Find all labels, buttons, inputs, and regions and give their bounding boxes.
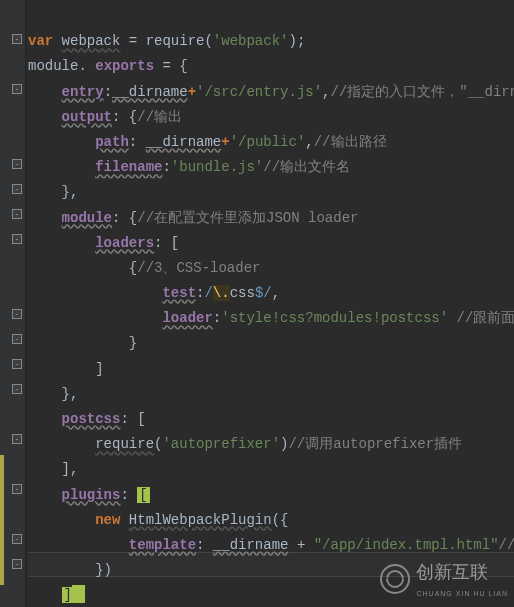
code-token: , (322, 84, 330, 100)
code-token: : (120, 487, 137, 503)
code-token: template (129, 537, 196, 553)
code-token: entry (62, 84, 104, 100)
code-token: : (196, 537, 213, 553)
code-token: + (188, 84, 196, 100)
code-token: : (104, 84, 112, 100)
code-token: HtmlWebpackPlugin (129, 512, 272, 528)
code-comment: //调用autoprefixer插件 (288, 436, 462, 452)
fold-icon[interactable]: - (12, 434, 22, 444)
code-token: '/public' (230, 134, 306, 150)
code-comment: //输出文件名 (263, 159, 350, 175)
fold-icon[interactable]: - (12, 534, 22, 544)
code-comment: //new (499, 537, 514, 553)
code-token: { (129, 260, 137, 276)
watermark-text: 创新互联 (416, 556, 508, 588)
fold-icon[interactable]: - (12, 234, 22, 244)
code-token: __dirname (213, 537, 289, 553)
bracket-highlight: [ (137, 487, 149, 503)
fold-icon[interactable]: - (12, 309, 22, 319)
code-token: }, (62, 184, 79, 200)
code-token: path (95, 134, 129, 150)
code-token: ({ (272, 512, 289, 528)
code-token: : [ (154, 235, 179, 251)
code-token: ( (204, 33, 212, 49)
code-comment: //指定的入口文件，"__dirna (331, 84, 515, 100)
code-token: = (120, 33, 145, 49)
code-comment: //输出 (137, 109, 182, 125)
code-token: ], (62, 461, 79, 477)
code-token: webpack (62, 33, 121, 49)
code-token: } (129, 335, 137, 351)
code-token: , (305, 134, 313, 150)
code-token: / (204, 285, 212, 301)
code-token: 'style!css?modules!postcss' (221, 310, 448, 326)
code-comment: //3、CSS-loader (137, 260, 260, 276)
fold-icon[interactable]: - (12, 184, 22, 194)
code-token: exports (95, 58, 154, 74)
code-token: var (28, 33, 62, 49)
code-token: postcss (62, 411, 121, 427)
fold-icon[interactable]: - (12, 209, 22, 219)
code-token: + (221, 134, 229, 150)
code-token: }) (95, 562, 112, 578)
code-area[interactable]: var webpack = require('webpack'); module… (28, 0, 514, 607)
code-token: css (230, 285, 255, 301)
code-token: output (62, 109, 112, 125)
code-comment: //在配置文件里添加JSON loader (137, 210, 358, 226)
watermark-logo-icon (380, 564, 410, 594)
change-marker (0, 455, 4, 585)
fold-icon[interactable]: - (12, 334, 22, 344)
code-token: : (213, 310, 221, 326)
code-token: \. (213, 285, 230, 301)
code-token: ); (288, 33, 305, 49)
code-token: = { (154, 58, 188, 74)
code-token: loaders (95, 235, 154, 251)
code-token: ] (95, 361, 103, 377)
code-token: : [ (120, 411, 145, 427)
code-token: }, (62, 386, 79, 402)
code-comment: //输出路径 (314, 134, 387, 150)
code-token: : (162, 159, 170, 175)
code-token: require (146, 33, 205, 49)
code-token: / (263, 285, 271, 301)
code-token: : (129, 134, 146, 150)
code-token: 'webpack' (213, 33, 289, 49)
code-token: "/app/index.tmpl.html" (314, 537, 499, 553)
code-token: test (162, 285, 196, 301)
code-token: : { (112, 109, 137, 125)
fold-icon[interactable]: - (12, 359, 22, 369)
code-token: , (272, 285, 280, 301)
code-token: loader (162, 310, 212, 326)
fold-icon[interactable]: - (12, 84, 22, 94)
code-token: __dirname (112, 84, 188, 100)
code-token: plugins (62, 487, 121, 503)
code-token: . (78, 58, 95, 74)
fold-icon[interactable]: - (12, 559, 22, 569)
fold-icon[interactable]: - (12, 34, 22, 44)
code-token: module (28, 58, 78, 74)
code-token: + (288, 537, 313, 553)
code-token: filename (95, 159, 162, 175)
code-token: __dirname (146, 134, 222, 150)
watermark: 创新互联 CHUANG XIN HU LIAN (380, 556, 508, 601)
code-comment: //跟前面相比 (457, 310, 515, 326)
fold-icon[interactable]: - (12, 384, 22, 394)
fold-icon[interactable]: - (12, 159, 22, 169)
code-token: 'bundle.js' (171, 159, 263, 175)
code-token: : { (112, 210, 137, 226)
code-token: require (95, 436, 154, 452)
code-token: new (95, 512, 129, 528)
code-token: 'autoprefixer' (162, 436, 280, 452)
caret (72, 585, 85, 603)
code-token: module (62, 210, 112, 226)
watermark-subtext: CHUANG XIN HU LIAN (416, 588, 508, 601)
code-token: '/src/entry.js' (196, 84, 322, 100)
fold-icon[interactable]: - (12, 484, 22, 494)
